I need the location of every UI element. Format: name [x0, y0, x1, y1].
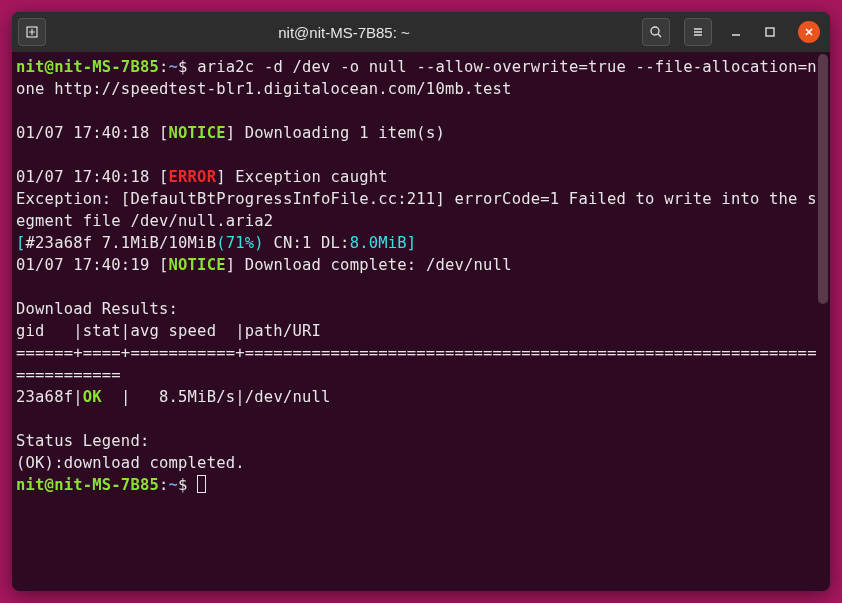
- svg-rect-9: [766, 28, 774, 36]
- error-label: ERROR: [169, 168, 217, 186]
- close-button[interactable]: [798, 21, 820, 43]
- titlebar: nit@nit-MS-7B85: ~: [12, 12, 830, 52]
- prompt2-sep: :: [159, 476, 169, 494]
- menu-button[interactable]: [684, 18, 712, 46]
- results-header: Download Results:: [16, 300, 178, 318]
- progress-cn: CN:1 DL:: [264, 234, 350, 252]
- prompt2-dollar: $: [178, 476, 197, 494]
- notice-label-2: NOTICE: [169, 256, 226, 274]
- progress-open: [: [16, 234, 26, 252]
- prompt2-path: ~: [169, 476, 179, 494]
- terminal-content[interactable]: nit@nit-MS-7B85:~$ aria2c -d /dev -o nul…: [12, 52, 830, 591]
- prompt-dollar: $: [178, 58, 197, 76]
- svg-line-4: [658, 34, 661, 37]
- results-sep: ======+====+===========+================…: [16, 344, 817, 384]
- progress-dl: 8.0MiB: [350, 234, 407, 252]
- minimize-button[interactable]: [726, 22, 746, 42]
- results-cols: gid |stat|avg speed |path/URI: [16, 322, 321, 340]
- search-button[interactable]: [642, 18, 670, 46]
- progress-close: ]: [407, 234, 417, 252]
- error-post: ] Exception caught: [216, 168, 388, 186]
- maximize-button[interactable]: [760, 22, 780, 42]
- prompt-user-host: nit@nit-MS-7B85: [16, 58, 159, 76]
- scrollbar[interactable]: [818, 54, 828, 304]
- results-rest: | 8.5MiB/s|/dev/null: [102, 388, 331, 406]
- prompt-path: ~: [169, 58, 179, 76]
- svg-point-3: [651, 27, 659, 35]
- exception-line: Exception: [DefaultBtProgressInfoFile.cc…: [16, 190, 817, 230]
- prompt-sep: :: [159, 58, 169, 76]
- new-tab-button[interactable]: [18, 18, 46, 46]
- cursor-icon: [197, 475, 206, 493]
- error-pre: 01/07 17:40:18 [: [16, 168, 169, 186]
- notice1-post: ] Downloading 1 item(s): [226, 124, 445, 142]
- legend-header: Status Legend:: [16, 432, 149, 450]
- results-stat: OK: [83, 388, 102, 406]
- legend-line: (OK):download completed.: [16, 454, 245, 472]
- notice2-pre: 01/07 17:40:19 [: [16, 256, 169, 274]
- notice-label: NOTICE: [169, 124, 226, 142]
- notice2-post: ] Download complete: /dev/null: [226, 256, 512, 274]
- terminal-window: nit@nit-MS-7B85: ~ nit@nit-MS-7B85:~$ ar…: [12, 12, 830, 591]
- progress-pct: (71%): [216, 234, 264, 252]
- progress-gid: #23a68f 7.1MiB/10MiB: [26, 234, 217, 252]
- window-title: nit@nit-MS-7B85: ~: [52, 24, 636, 41]
- notice1-pre: 01/07 17:40:18 [: [16, 124, 169, 142]
- prompt2-user-host: nit@nit-MS-7B85: [16, 476, 159, 494]
- results-gid: 23a68f|: [16, 388, 83, 406]
